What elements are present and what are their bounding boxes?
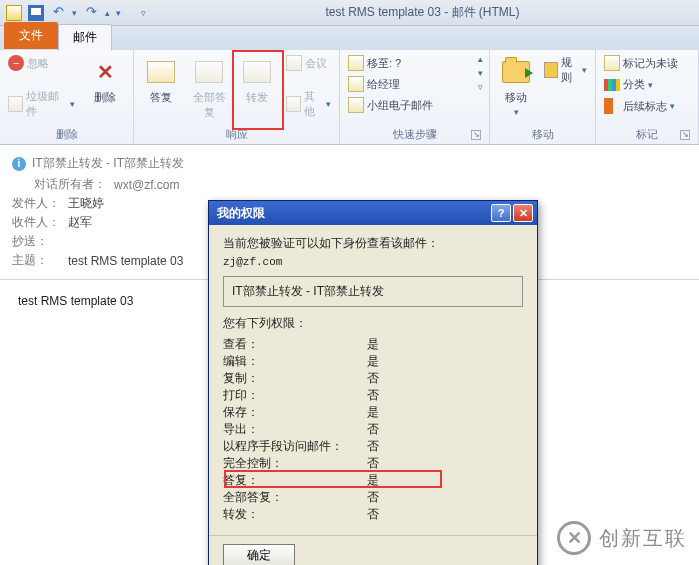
categories-icon: [604, 79, 620, 91]
flag-icon: [604, 98, 620, 114]
infobar: i IT部禁止转发 - IT部禁止转发: [12, 155, 683, 172]
ok-button[interactable]: 确定: [223, 544, 295, 565]
redo-icon[interactable]: ↷: [83, 5, 99, 21]
categorize-button[interactable]: 分类▾: [602, 76, 680, 93]
dialog-close-button[interactable]: ✕: [513, 204, 533, 222]
undo-more-icon[interactable]: ▾: [72, 8, 77, 18]
qat-customize-icon[interactable]: ▿: [141, 8, 146, 18]
rules-icon: [544, 62, 558, 78]
dialog-titlebar[interactable]: 我的权限 ? ✕: [209, 201, 537, 225]
qs-manager[interactable]: 给经理: [346, 75, 435, 93]
permission-value: 否: [367, 387, 427, 404]
dialog-intro: 当前您被验证可以如下身份查看该邮件：: [223, 235, 523, 252]
permission-value: 是: [367, 404, 427, 421]
rules-button[interactable]: 规则▾: [542, 54, 589, 86]
permission-row: 查看：是: [223, 336, 523, 353]
permission-value: 否: [367, 370, 427, 387]
permission-value: 否: [367, 489, 427, 506]
window-title: test RMS template 03 - 邮件 (HTML): [152, 4, 693, 21]
permission-key: 转发：: [223, 506, 367, 523]
manager-icon: [348, 76, 364, 92]
followup-button[interactable]: 后续标志▾: [602, 97, 680, 115]
junk-icon: [8, 96, 23, 112]
qs-moveto[interactable]: 移至: ?: [346, 54, 435, 72]
conversation-owner: 对话所有者：wxt@zf.com: [12, 176, 683, 193]
permission-value: 是: [367, 336, 427, 353]
folder-icon: [502, 61, 530, 83]
ribbon: –忽略 垃圾邮件▾ ✕ 删除 删除 答复 全部答复 转发: [0, 50, 699, 145]
permissions-table: 查看：是编辑：是复制：否打印：否保存：是导出：否以程序手段访问邮件：否完全控制：…: [223, 336, 523, 523]
ignore-button[interactable]: –忽略: [6, 54, 77, 72]
body-text: test RMS template 03: [18, 294, 133, 308]
junk-button[interactable]: 垃圾邮件▾: [6, 88, 77, 120]
permission-key: 保存：: [223, 404, 367, 421]
group-delete: –忽略 垃圾邮件▾ ✕ 删除 删除: [0, 50, 134, 144]
permission-row: 答复：是: [223, 472, 523, 489]
permission-row: 编辑：是: [223, 353, 523, 370]
reply-button[interactable]: 答复: [140, 54, 182, 107]
ribbon-tabs: 文件 邮件: [0, 26, 699, 50]
to-value: 赵军: [68, 214, 92, 231]
subject-label: 主题：: [12, 252, 60, 269]
quick-access-toolbar: ↶ ▾ ↷ ▴ ▾ ▿ test RMS template 03 - 邮件 (H…: [0, 0, 699, 26]
permission-row: 全部答复：否: [223, 489, 523, 506]
permission-value: 是: [367, 353, 427, 370]
move-button[interactable]: 移动▾: [496, 54, 536, 119]
permission-value: 是: [367, 472, 427, 489]
info-icon: i: [12, 157, 26, 171]
forward-button: 转发: [236, 54, 278, 107]
permission-key: 导出：: [223, 421, 367, 438]
tab-mail[interactable]: 邮件: [58, 24, 112, 51]
permission-row: 保存：是: [223, 404, 523, 421]
permissions-dialog: 我的权限 ? ✕ 当前您被验证可以如下身份查看该邮件： zj@zf.com IT…: [208, 200, 538, 565]
moveto-icon: [348, 55, 364, 71]
to-label: 收件人：: [12, 214, 60, 231]
replyall-icon: [195, 61, 223, 83]
group-quicksteps: 移至: ? 给经理 小组电子邮件 ▴ ▾ ▿ 快速步骤↘: [340, 50, 490, 144]
tab-file[interactable]: 文件: [4, 22, 58, 49]
dialog-identity: zj@zf.com: [223, 256, 523, 268]
permission-value: 否: [367, 438, 427, 455]
logo-mark-icon: ✕: [557, 521, 591, 555]
subject-value: test RMS template 03: [68, 254, 183, 268]
cc-label: 抄送：: [12, 233, 60, 250]
permission-key: 答复：: [223, 472, 367, 489]
infobar-text: IT部禁止转发 - IT部禁止转发: [32, 155, 184, 172]
forward-icon: [243, 61, 271, 83]
permission-value: 否: [367, 421, 427, 438]
permission-key: 查看：: [223, 336, 367, 353]
other-button[interactable]: 其他▾: [284, 88, 333, 120]
from-label: 发件人：: [12, 195, 60, 212]
dialog-perm-intro: 您有下列权限：: [223, 315, 523, 332]
save-icon[interactable]: [28, 5, 44, 21]
qat-up-icon[interactable]: ▴: [105, 8, 110, 18]
meeting-button[interactable]: 会议: [284, 54, 333, 72]
qs-down-icon[interactable]: ▾: [478, 68, 483, 78]
group-tag: 标记为未读 分类▾ 后续标志▾ 标记↘: [596, 50, 699, 144]
permission-key: 打印：: [223, 387, 367, 404]
qs-team[interactable]: 小组电子邮件: [346, 96, 435, 114]
permission-value: 否: [367, 506, 427, 523]
quicksteps-launcher-icon[interactable]: ↘: [471, 130, 481, 140]
ignore-icon: –: [8, 55, 24, 71]
qs-up-icon[interactable]: ▴: [478, 54, 483, 64]
tag-launcher-icon[interactable]: ↘: [680, 130, 690, 140]
dialog-help-button[interactable]: ?: [491, 204, 511, 222]
group-respond: 答复 全部答复 转发 会议 其他▾ 响应: [134, 50, 340, 144]
permission-key: 复制：: [223, 370, 367, 387]
permission-row: 复制：否: [223, 370, 523, 387]
mark-unread-button[interactable]: 标记为未读: [602, 54, 680, 72]
calendar-icon: [286, 55, 302, 71]
delete-button[interactable]: ✕ 删除: [83, 54, 127, 107]
reply-icon: [147, 61, 175, 83]
qs-more-icon[interactable]: ▿: [478, 82, 483, 92]
replyall-button: 全部答复: [188, 54, 230, 122]
team-icon: [348, 97, 364, 113]
group-move: 移动▾ 规则▾ 移动: [490, 50, 596, 144]
undo-icon[interactable]: ↶: [50, 5, 66, 21]
envelope-icon: [604, 55, 620, 71]
qat-down-icon[interactable]: ▾: [116, 8, 121, 18]
group-tag-label: 标记↘: [602, 125, 692, 144]
permission-key: 以程序手段访问邮件：: [223, 438, 367, 455]
other-icon: [286, 96, 300, 112]
